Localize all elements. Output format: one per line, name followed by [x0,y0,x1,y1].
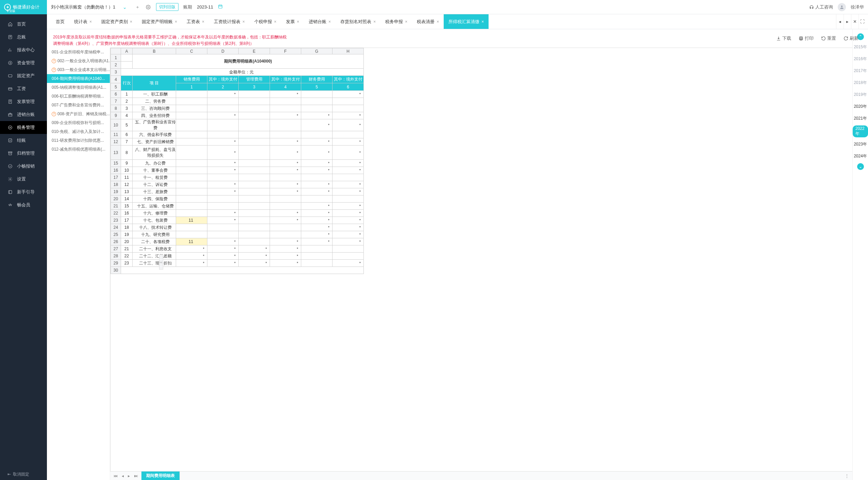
data-cell[interactable] [176,112,207,119]
data-cell[interactable] [333,181,364,188]
data-cell[interactable] [176,138,207,145]
data-cell[interactable] [301,138,333,145]
data-cell[interactable] [207,238,239,245]
data-cell[interactable] [301,160,333,167]
data-cell[interactable] [207,260,239,267]
form-list-item[interactable]: 009-企业所得税弥补亏损明... [47,118,110,127]
data-cell[interactable] [176,188,207,195]
data-cell[interactable] [301,91,333,98]
tab[interactable]: 税表清册× [412,14,444,29]
nav-item-vip[interactable]: 畅会员 [0,199,47,211]
data-cell[interactable] [239,174,270,181]
nav-item-report[interactable]: 报表中心 [0,44,47,56]
data-cell[interactable] [176,91,207,98]
col-header[interactable]: F [270,48,301,54]
data-cell[interactable] [301,174,333,181]
account-dropdown-icon[interactable]: ⌄ [120,4,130,10]
nav-item-archive[interactable]: 归档管理 [0,147,47,160]
tab[interactable]: 进销台账× [304,14,336,29]
data-cell[interactable] [270,260,301,267]
data-cell[interactable] [207,231,239,238]
data-cell[interactable] [239,188,270,195]
data-cell[interactable] [239,253,270,260]
form-list-item[interactable]: 007-广告费和业务宣传费跨... [47,101,110,109]
data-cell[interactable] [301,203,333,210]
tab-close-x[interactable]: × [242,19,245,24]
data-cell[interactable] [270,167,301,174]
data-cell[interactable] [270,181,301,188]
data-cell[interactable] [301,195,333,203]
data-cell[interactable] [301,224,333,231]
tab[interactable]: 固定资产明细账× [137,14,182,29]
data-cell[interactable] [333,245,364,253]
data-cell[interactable] [239,119,270,131]
form-list-item[interactable]: 004-期间费用明细表(A1040... [47,74,110,83]
nav-item-home[interactable]: 首页 [0,18,47,31]
data-cell[interactable] [239,260,270,267]
data-cell[interactable] [207,160,239,167]
data-cell[interactable] [207,217,239,224]
data-cell[interactable]: 11 [176,238,207,245]
form-list-item[interactable]: 012-减免所得税优惠明细表(... [47,145,110,154]
collapse-handle[interactable]: ‹‹ [159,255,163,270]
tab[interactable]: 工资统计报表× [209,14,250,29]
data-cell[interactable] [239,145,270,160]
col-header[interactable]: H [333,48,364,54]
data-cell[interactable] [176,131,207,138]
sheet-prev-icon[interactable]: ◂ [120,474,125,478]
data-cell[interactable] [176,210,207,217]
tab-close-x[interactable]: × [373,19,376,24]
nav-item-stock[interactable]: 进销台账 [0,108,47,121]
calendar-icon[interactable] [218,4,223,10]
data-cell[interactable] [239,224,270,231]
tab-close-icon[interactable]: ✕ [851,14,858,29]
data-cell[interactable] [270,119,301,131]
sheet-tab-active[interactable]: 期间费用明细表 [141,472,180,480]
gear-icon[interactable] [145,4,151,10]
tab[interactable]: 所得税汇算清缴× [444,14,489,29]
col-header[interactable]: D [207,48,239,54]
data-cell[interactable] [333,203,364,210]
data-cell[interactable] [270,224,301,231]
refresh-button[interactable]: 刷新 [844,35,858,41]
data-cell[interactable] [176,224,207,231]
print-button[interactable]: 打印 [799,35,814,41]
data-cell[interactable] [270,188,301,195]
tab-next-icon[interactable]: ▸ [844,14,851,29]
col-header[interactable]: E [239,48,270,54]
data-cell[interactable] [207,131,239,138]
data-cell[interactable] [270,195,301,203]
data-cell[interactable] [176,105,207,112]
data-cell[interactable] [239,98,270,105]
nav-item-fund[interactable]: 资金管理 [0,56,47,69]
tab-close-x[interactable]: × [437,19,439,24]
support-link[interactable]: 人工咨询 [809,4,833,10]
nav-item-reimburse[interactable]: 小畅报销 [0,160,47,173]
data-cell[interactable] [239,160,270,167]
year-item[interactable]: 2016年 [854,54,867,64]
sheet-next-icon[interactable]: ▸ [126,474,131,478]
tab[interactable]: 税务申报× [380,14,412,29]
data-cell[interactable] [270,203,301,210]
nav-item-invoice[interactable]: 发票管理 [0,95,47,108]
data-cell[interactable]: 11 [176,217,207,224]
user-name[interactable]: 徐泽华 [851,4,864,10]
sheet-more-icon[interactable]: ⋮ [845,474,852,478]
data-cell[interactable] [176,167,207,174]
data-cell[interactable] [270,91,301,98]
tab-prev-icon[interactable]: ◂ [836,14,844,29]
data-cell[interactable] [176,174,207,181]
data-cell[interactable] [176,260,207,267]
data-cell[interactable] [207,181,239,188]
nav-item-tax[interactable]: 税务管理 [0,121,47,134]
data-cell[interactable] [333,174,364,181]
data-cell[interactable] [270,245,301,253]
tab[interactable]: 发票× [281,14,304,29]
data-cell[interactable] [333,105,364,112]
tab-close-x[interactable]: × [328,19,331,24]
data-cell[interactable] [301,253,333,260]
data-cell[interactable] [207,167,239,174]
tab[interactable]: 存货别名对照表× [336,14,380,29]
data-cell[interactable] [333,217,364,224]
data-cell[interactable] [301,210,333,217]
